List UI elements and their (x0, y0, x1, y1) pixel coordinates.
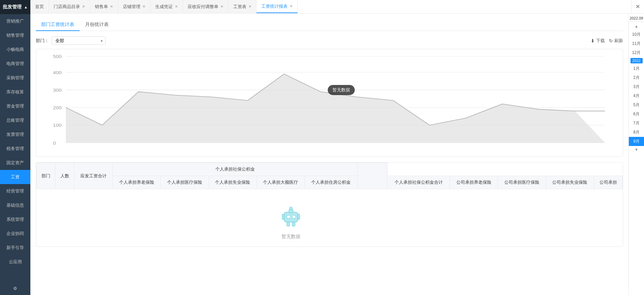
tab-close-门店商品目录[interactable]: ✕ (82, 5, 85, 8)
sidebar-item-电商管理[interactable]: 电商管理 (0, 57, 30, 71)
sidebar: 批发管理 ▲ 营销推广 销售管理 小畅电商 电商管理 采购管理 库存核算 资金管… (0, 0, 30, 295)
cal-down-button[interactable]: ▼ (632, 146, 641, 153)
th-个人承担养老保险: 个人承担养老保险 (113, 176, 161, 189)
cal-month-3[interactable]: 3月 (629, 82, 644, 91)
sidebar-item-小畅电商[interactable]: 小畅电商 (0, 42, 30, 57)
department-select[interactable]: 全部 (52, 36, 106, 45)
refresh-button[interactable]: ↻ 刷新 (609, 38, 623, 44)
svg-text:300: 300 (53, 88, 62, 92)
cal-month-10[interactable]: 10月 (629, 30, 644, 39)
cal-month-2[interactable]: 2月 (629, 73, 644, 82)
cal-month-7[interactable]: 7月 (629, 119, 644, 128)
empty-text: 暂无数据 (281, 234, 300, 240)
cal-month-4[interactable]: 4月 (629, 91, 644, 100)
tab-生成凭证[interactable]: 生成凭证 ✕ (151, 0, 183, 13)
chart-svg: 0 100 200 300 400 500 (53, 55, 609, 146)
tab-销售单[interactable]: 销售单 ✕ (90, 0, 118, 13)
sidebar-collapse-icon[interactable]: ▲ (24, 5, 28, 9)
table-container: 部门 人数 应发工资合计 个人承担社保公积金 个人承担养老保险 个人承担医疗保险… (36, 162, 623, 247)
th-个人承担住房公积金: 个人承担住房公积金 (305, 176, 358, 189)
sidebar-item-税务管理[interactable]: 税务管理 (0, 142, 30, 156)
download-button[interactable]: ⬇ 下载 (591, 38, 605, 44)
sidebar-item-云应用[interactable]: 云应用 (0, 255, 30, 269)
th-公司承担养老保险: 公司承担养老保险 (450, 176, 498, 189)
th-公司承担医疗保险: 公司承担医疗保险 (498, 176, 546, 189)
close-all-icon: ✕ (636, 3, 640, 10)
cal-month-5[interactable]: 5月 (629, 100, 644, 110)
sub-tab-部门工资统计表[interactable]: 部门工资统计表 (36, 19, 80, 31)
sidebar-title[interactable]: 批发管理 ▲ (0, 0, 30, 14)
cal-month-11[interactable]: 11月 (629, 39, 644, 48)
cal-month-6[interactable]: 6月 (629, 110, 644, 119)
tab-close-工资表[interactable]: ✕ (248, 5, 251, 8)
sidebar-item-发票管理[interactable]: 发票管理 (0, 127, 30, 142)
th-应发工资合计: 应发工资合计 (74, 163, 113, 189)
tab-店铺管理[interactable]: 店铺管理 ✕ (118, 0, 151, 13)
th-个人承担社保公积金合计: 个人承担社保公积金合计 (387, 176, 450, 189)
svg-text:400: 400 (53, 70, 62, 75)
chart-area: 0 100 200 300 400 500 (36, 49, 623, 157)
sidebar-item-固定资产[interactable]: 固定资产 (0, 156, 30, 170)
refresh-icon: ↻ (609, 38, 613, 43)
sub-tab-月份统计表[interactable]: 月份统计表 (80, 19, 114, 31)
svg-point-17 (290, 207, 292, 210)
sidebar-item-经营管理[interactable]: 经营管理 (0, 184, 30, 198)
tab-应收应付调整单[interactable]: 应收应付调整单 ✕ (183, 0, 229, 13)
content-area: 部门工资统计表 月份统计表 部门： 全部 (30, 13, 644, 295)
sidebar-item-企业协同[interactable]: 企业协同 (0, 227, 30, 241)
action-btns: ⬇ 下载 ↻ 刷新 (591, 38, 623, 44)
sidebar-item-库存核算[interactable]: 库存核算 (0, 85, 30, 99)
th-个人承担社保公积金: 个人承担社保公积金 (113, 163, 358, 176)
cal-up-button[interactable]: ▲ (632, 23, 641, 30)
svg-rect-18 (282, 214, 284, 219)
sidebar-item-系统管理[interactable]: 系统管理 (0, 212, 30, 227)
tab-门店商品目录[interactable]: 门店商品目录 ✕ (49, 0, 90, 13)
sidebar-item-新手引导[interactable]: 新手引导 (0, 241, 30, 255)
empty-row: 暂无数据 (36, 189, 623, 247)
svg-marker-12 (66, 74, 605, 143)
tab-close-工资统计报表[interactable]: ✕ (290, 4, 293, 8)
empty-state: 暂无数据 (36, 189, 546, 246)
svg-rect-15 (292, 215, 296, 218)
cal-month-1[interactable]: 1月 (629, 64, 644, 73)
sidebar-item-销售管理[interactable]: 销售管理 (0, 28, 30, 42)
sidebar-item-总账管理[interactable]: 总账管理 (0, 113, 30, 127)
svg-text:100: 100 (53, 123, 62, 128)
sidebar-item-资金管理[interactable]: 资金管理 (0, 99, 30, 113)
chart-tooltip: 暂无数据 (328, 85, 355, 95)
cal-month-8[interactable]: 8月 (629, 128, 644, 137)
filter-row: 部门： 全部 (36, 36, 106, 45)
tab-工资表[interactable]: 工资表 ✕ (229, 0, 257, 13)
sidebar-item-工资[interactable]: 工资 (0, 170, 30, 184)
main-area: 首页 门店商品目录 ✕ 销售单 ✕ 店铺管理 ✕ 生成凭证 ✕ 应收应付调整单 … (30, 0, 644, 295)
cal-month-12[interactable]: 12月 (629, 48, 644, 57)
sub-tabs: 部门工资统计表 月份统计表 (36, 19, 623, 31)
right-calendar: 2022.09 ▲ 10月 11月 12月 2022 1月 2月 3月 4月 5… (628, 13, 644, 295)
tab-close-应收应付调整单[interactable]: ✕ (220, 5, 223, 8)
sidebar-title-text: 批发管理 (3, 4, 22, 10)
tab-bar: 首页 门店商品目录 ✕ 销售单 ✕ 店铺管理 ✕ 生成凭证 ✕ 应收应付调整单 … (30, 0, 644, 13)
th-部门: 部门 (36, 163, 55, 189)
tab-工资统计报表[interactable]: 工资统计报表 ✕ (257, 0, 298, 13)
settings-button[interactable]: ⚙ (0, 282, 30, 295)
sidebar-item-采购管理[interactable]: 采购管理 (0, 71, 30, 85)
th-公司承担失业保险: 公司承担失业保险 (546, 176, 594, 189)
data-table: 部门 人数 应发工资合计 个人承担社保公积金 个人承担养老保险 个人承担医疗保险… (36, 163, 623, 246)
tab-close-销售单[interactable]: ✕ (110, 5, 113, 8)
th-个人承担大额医疗: 个人承担大额医疗 (257, 176, 304, 189)
th-个人承担医疗保险: 个人承担医疗保险 (161, 176, 209, 189)
sidebar-item-营销推广[interactable]: 营销推广 (0, 14, 30, 28)
svg-rect-20 (287, 222, 290, 226)
empty-icon (277, 203, 304, 230)
tab-close-店铺管理[interactable]: ✕ (142, 5, 145, 8)
tab-close-all-button[interactable]: ✕ (631, 0, 644, 13)
cal-year-header: 2022.09 (629, 15, 644, 22)
svg-rect-14 (287, 215, 290, 218)
cal-month-9[interactable]: 9月 (629, 137, 644, 146)
sidebar-item-基础信息[interactable]: 基础信息 (0, 198, 30, 212)
th-placeholder (357, 163, 387, 189)
svg-text:500: 500 (53, 55, 62, 59)
tab-close-生成凭证[interactable]: ✕ (175, 5, 178, 8)
tab-首页[interactable]: 首页 (30, 0, 49, 13)
cal-year-badge: 2022 (630, 58, 643, 63)
